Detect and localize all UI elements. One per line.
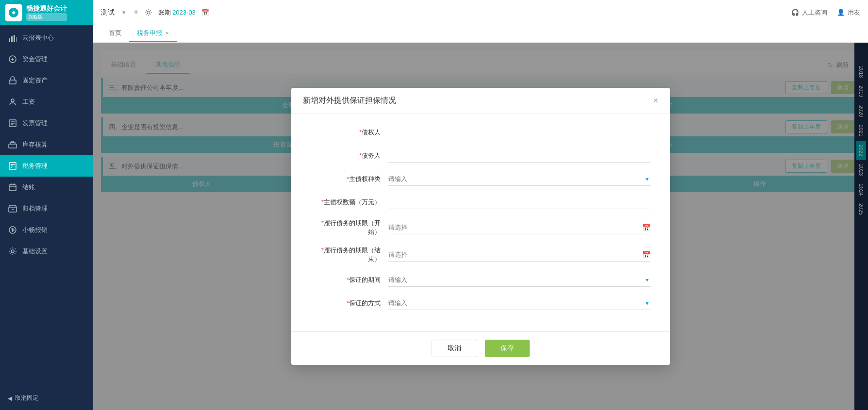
- period-end-input[interactable]: [388, 248, 642, 261]
- period-start-input[interactable]: [388, 221, 642, 234]
- sidebar-bottom: ◀ 取消固定: [0, 386, 93, 410]
- tab-tax[interactable]: 税务申报 ✕: [129, 25, 177, 42]
- sidebar-label-expense: 小畅报销: [22, 226, 48, 234]
- period-start-date-wrap[interactable]: 📅: [388, 221, 651, 234]
- form-row-period-end: *履行债务的期限（结束） 📅: [311, 246, 651, 263]
- form-label-creditor: *债权人: [311, 128, 388, 137]
- period-label: 账期 2023-03: [158, 8, 196, 17]
- sidebar-label-cloud-report: 云报表中心: [22, 33, 54, 42]
- svg-rect-4: [16, 37, 17, 42]
- tab-close-btn[interactable]: ✕: [165, 31, 169, 36]
- content-area: 基础信息 其他信息 ↻ 刷新 三、有限责任公司本年度... 复制上年度 新增: [93, 43, 868, 410]
- sidebar-item-inventory[interactable]: 库存核算: [0, 134, 93, 155]
- sidebar-item-tax[interactable]: 税务管理: [0, 155, 93, 177]
- modal-footer: 取消 保存: [291, 331, 670, 365]
- app-logo: 畅捷通好会计 旗舰版: [0, 0, 93, 25]
- company-chevron-icon[interactable]: ▾: [122, 9, 126, 16]
- svg-rect-3: [14, 35, 15, 42]
- cancel-button[interactable]: 取消: [432, 340, 477, 357]
- sidebar-item-invoice[interactable]: 发票管理: [0, 113, 93, 134]
- svg-rect-1: [9, 38, 10, 42]
- debtor-input[interactable]: [388, 149, 651, 163]
- guarantee-period-input[interactable]: [388, 273, 644, 286]
- tax-icon: [8, 161, 17, 171]
- form-row-creditor-amount: *主债权数额（万元）: [311, 196, 651, 209]
- form-label-debtor: *债务人: [311, 151, 388, 160]
- period-start-calendar-icon[interactable]: 📅: [642, 224, 651, 231]
- tab-tax-label: 税务申报: [137, 29, 162, 37]
- guarantee-period-chevron-icon[interactable]: ▾: [644, 277, 651, 283]
- logo-icon: [5, 4, 22, 21]
- sidebar-label-fixed-assets: 固定资产: [22, 76, 48, 85]
- sidebar-item-fixed-assets[interactable]: 固定资产: [0, 70, 93, 91]
- creditor-type-chevron-icon[interactable]: ▾: [644, 176, 651, 182]
- svg-point-15: [147, 11, 150, 14]
- topbar-add-btn[interactable]: +: [134, 7, 139, 17]
- save-button[interactable]: 保存: [485, 340, 530, 357]
- form-label-period-start: *履行债务的期限（开始）: [311, 219, 388, 236]
- topbar-settings-btn[interactable]: [145, 9, 152, 16]
- service-btn[interactable]: 🎧 人工咨询: [791, 8, 827, 17]
- modal-header: 新增对外提供保证担保情况 ×: [291, 88, 670, 114]
- sidebar-item-settings[interactable]: 基础设置: [0, 241, 93, 262]
- service-label: 人工咨询: [802, 8, 827, 17]
- sidebar-label-archive: 归档管理: [22, 204, 48, 213]
- sidebar-label-close: 结账: [22, 183, 35, 192]
- form-label-guarantee-period: *保证的期间: [311, 276, 388, 284]
- modal-close-btn[interactable]: ×: [653, 96, 658, 106]
- topbar-actions: + 账期 2023-03 📅: [134, 7, 209, 17]
- creditor-input[interactable]: [388, 126, 651, 139]
- sidebar-label-tax: 税务管理: [22, 162, 48, 170]
- payroll-icon: [8, 97, 17, 107]
- guarantee-method-input[interactable]: [388, 296, 644, 310]
- sidebar-expand-btn[interactable]: ◀ 取消固定: [0, 390, 93, 406]
- creditor-type-input[interactable]: [388, 172, 644, 185]
- sidebar-item-archive[interactable]: 归档管理: [0, 198, 93, 219]
- sidebar-nav: 云报表中心 资金管理 固定资产 工资: [0, 25, 93, 386]
- expense-icon: [8, 225, 17, 235]
- archive-icon: [8, 204, 17, 213]
- main-area: 测试 ▾ + 账期 2023-03 📅 🎧 人工咨询 👤 用友: [93, 0, 868, 410]
- guarantee-method-chevron-icon[interactable]: ▾: [644, 300, 651, 307]
- guarantee-method-select[interactable]: ▾: [388, 296, 651, 310]
- modal-overlay: 新增对外提供保证担保情况 × *债权人: [93, 43, 868, 410]
- sidebar-item-payroll[interactable]: 工资: [0, 91, 93, 113]
- period-end-date-wrap[interactable]: 📅: [388, 248, 651, 262]
- user-btn[interactable]: 👤 用友: [837, 8, 860, 17]
- arrow-left-icon: ◀: [8, 395, 12, 402]
- form-label-guarantee-method: *保证的方式: [311, 299, 388, 308]
- tab-home[interactable]: 首页: [101, 25, 129, 42]
- modal-title: 新增对外提供保证担保情况: [303, 96, 396, 106]
- svg-rect-11: [9, 185, 16, 191]
- form-row-period-start: *履行债务的期限（开始） 📅: [311, 219, 651, 236]
- user-avatar-icon: 👤: [837, 9, 845, 16]
- assets-icon: [8, 76, 17, 85]
- sidebar-expand-label: 取消固定: [15, 394, 38, 402]
- sidebar-item-fund[interactable]: 资金管理: [0, 49, 93, 70]
- form-label-creditor-amount: *主债权数额（万元）: [311, 198, 388, 207]
- topbar-right: 🎧 人工咨询 👤 用友: [791, 8, 860, 17]
- period-end-calendar-icon[interactable]: 📅: [642, 251, 651, 259]
- guarantee-period-select[interactable]: ▾: [388, 273, 651, 287]
- chart-icon: [8, 33, 17, 43]
- svg-point-7: [11, 99, 14, 102]
- form-label-creditor-type: *主债权种类: [311, 175, 388, 183]
- form-row-creditor: *债权人: [311, 126, 651, 139]
- modal-body: *债权人 *债务人: [291, 114, 670, 331]
- calendar-icon[interactable]: 📅: [201, 9, 209, 16]
- form-row-creditor-type: *主债权种类 ▾: [311, 172, 651, 186]
- form-row-guarantee-period: *保证的期间 ▾: [311, 273, 651, 287]
- sidebar-item-expense[interactable]: 小畅报销: [0, 219, 93, 241]
- sidebar-label-payroll: 工资: [22, 98, 35, 106]
- sidebar-item-close[interactable]: 结账: [0, 177, 93, 198]
- creditor-amount-input[interactable]: [388, 196, 651, 209]
- inventory-icon: [8, 140, 17, 149]
- sidebar-label-settings: 基础设置: [22, 247, 48, 256]
- sidebar-item-cloud-report[interactable]: 云报表中心: [0, 27, 93, 49]
- creditor-type-select[interactable]: ▾: [388, 172, 651, 186]
- settings-icon: [8, 246, 17, 256]
- modal: 新增对外提供保证担保情况 × *债权人: [291, 88, 670, 365]
- close-period-icon: [8, 182, 17, 192]
- svg-rect-6: [9, 80, 16, 84]
- app-edition: 旗舰版: [26, 13, 67, 21]
